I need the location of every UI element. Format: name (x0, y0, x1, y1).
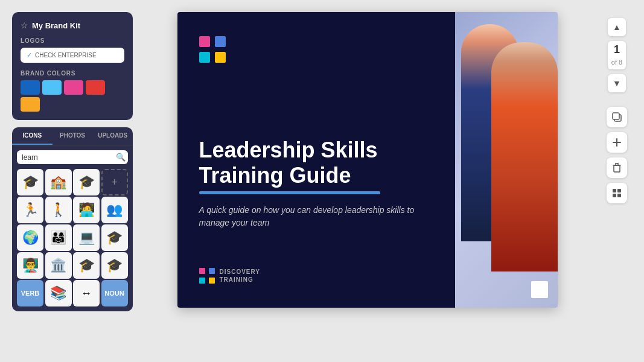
nav-up-button[interactable]: ▲ (608, 18, 626, 36)
logos-section: LOGOS ✓ CHECK ENTERPRISE (21, 37, 124, 63)
tab-icons[interactable]: ICONS (12, 127, 53, 145)
title-block: Leadership Skills Training Guide A quick… (199, 138, 433, 229)
nav-down-button[interactable]: ▼ (608, 74, 626, 92)
footer-logo-teal (199, 278, 205, 284)
logo-quad-pink (199, 36, 210, 47)
icon-cell-noun-tag[interactable]: NOUN (101, 280, 128, 306)
delete-icon (611, 162, 622, 173)
page-indicator: 1 of 8 (608, 41, 626, 69)
brand-colors-label: BRAND COLORS (21, 70, 124, 77)
grid-icon (611, 188, 622, 198)
icon-cell-graduation-cap[interactable]: 🎓 (17, 169, 43, 195)
logo-icon (199, 36, 226, 63)
logo-quad-yellow (215, 52, 226, 63)
canvas-slide-left: Leadership Skills Training Guide A quick… (177, 12, 455, 308)
brand-colors-section: BRAND COLORS (21, 70, 124, 112)
svg-rect-12 (617, 194, 621, 197)
left-panel: ☆ My Brand Kit LOGOS ✓ CHECK ENTERPRISE … (12, 12, 133, 311)
svg-rect-9 (613, 189, 616, 192)
page-current: 1 (611, 43, 622, 56)
footer-company: DISCOVERY (220, 268, 261, 275)
star-icon: ☆ (21, 21, 28, 30)
brand-kit-header: ☆ My Brand Kit (21, 21, 124, 30)
delete-button[interactable] (607, 157, 627, 178)
footer-tagline: TRAINING (220, 276, 253, 283)
color-swatch-light-blue[interactable] (42, 80, 62, 95)
icon-cell-noun-learn[interactable]: 📚 (45, 280, 72, 306)
footer-logo-mini (199, 268, 215, 284)
footer-logo-hole (205, 273, 209, 278)
copy-icon (611, 112, 622, 122)
icons-search-row: 🔍 (12, 145, 133, 167)
grid-button[interactable] (607, 183, 627, 203)
icon-cell-mortarboard[interactable]: 🎓 (73, 169, 100, 195)
tab-photos[interactable]: PHOTOS (53, 127, 93, 145)
svg-rect-11 (613, 194, 616, 197)
icon-cell-learn-people[interactable]: 👨‍👩‍👧 (45, 224, 72, 251)
footer-text: DISCOVERY TRAINING (220, 268, 261, 284)
svg-rect-4 (614, 165, 620, 172)
color-swatch-pink[interactable] (64, 80, 83, 95)
icon-cell-student-walk[interactable]: 🚶 (45, 197, 72, 223)
icon-cell-transfer[interactable]: ↔ (73, 280, 100, 306)
icon-cell-student-sit[interactable]: 🧑‍💻 (73, 197, 100, 223)
icons-grid: 🎓 🏫 🎓 + 🏃 🚶 🧑‍💻 👥 🌍 👨‍👩‍👧 💻 🎓 👨‍🏫 🏛️ 🎓 🎓… (12, 167, 133, 311)
icons-panel: ICONS PHOTOS UPLOADS 🔍 🎓 🏫 🎓 + 🏃 🚶 🧑‍💻 👥… (12, 127, 133, 311)
copy-button[interactable] (607, 107, 627, 127)
icon-cell-students-group[interactable]: 👥 (101, 197, 128, 223)
check-icon: ✓ (27, 51, 32, 59)
page-total: of 8 (611, 59, 622, 66)
logo-area (199, 36, 433, 63)
title-underline (199, 191, 380, 194)
white-square (531, 281, 548, 298)
color-swatch-yellow[interactable] (21, 97, 40, 112)
search-input[interactable] (22, 153, 112, 162)
add-icon (611, 137, 622, 148)
icons-search-wrap: 🔍 (17, 150, 128, 164)
search-icon: 🔍 (116, 153, 126, 162)
color-swatch-blue[interactable] (21, 80, 40, 95)
slide-title: Leadership Skills Training Guide (199, 138, 433, 188)
canvas-area: Leadership Skills Training Guide A quick… (142, 12, 592, 308)
icon-cell-team-learn[interactable]: 👨‍🏫 (17, 252, 43, 279)
logo-quad-blue (215, 36, 226, 47)
icon-cell-add-more[interactable]: + (101, 169, 128, 195)
color-swatch-red[interactable] (86, 80, 105, 95)
slide-subtitle: A quick guide on how you can develop lea… (199, 204, 433, 229)
icon-cell-graduation-cap-2[interactable]: 🎓 (101, 224, 128, 251)
icon-cell-diploma-hat[interactable]: 🎓 (101, 252, 128, 279)
check-enterprise-label: CHECK ENTERPRISE (35, 52, 97, 59)
logo-quad-teal (199, 52, 210, 63)
canvas-footer: DISCOVERY TRAINING (199, 268, 433, 284)
icon-cell-cap-outline[interactable]: 🎓 (73, 252, 100, 279)
logo-center-hole (209, 46, 216, 53)
icon-cell-school-board[interactable]: 🏫 (45, 169, 72, 195)
canvas-wrapper: Leadership Skills Training Guide A quick… (177, 12, 558, 308)
add-button[interactable] (607, 132, 627, 153)
icon-cell-learn-globe[interactable]: 🌍 (17, 224, 43, 251)
icon-cell-learn-online[interactable]: 💻 (73, 224, 100, 251)
brand-kit-title: My Brand Kit (32, 21, 80, 30)
right-controls: ▲ 1 of 8 ▼ (602, 12, 632, 203)
icon-cell-verb-tag[interactable]: VERB (17, 280, 43, 306)
icons-tabs: ICONS PHOTOS UPLOADS (12, 127, 133, 145)
footer-logo-blue (209, 268, 215, 274)
tab-uploads[interactable]: UPLOADS (92, 127, 133, 145)
footer-logo-pink (199, 268, 205, 274)
footer-logo-yellow (209, 278, 215, 284)
colors-row (21, 80, 124, 112)
icon-cell-classroom[interactable]: 🏛️ (45, 252, 72, 279)
svg-rect-10 (617, 189, 621, 192)
svg-rect-1 (613, 113, 619, 119)
canvas-slide-right (455, 12, 558, 308)
brand-kit-card: ☆ My Brand Kit LOGOS ✓ CHECK ENTERPRISE … (12, 12, 133, 120)
check-enterprise-button[interactable]: ✓ CHECK ENTERPRISE (21, 48, 124, 63)
person-2 (491, 42, 558, 272)
icon-cell-student-run[interactable]: 🏃 (17, 197, 43, 223)
logos-label: LOGOS (21, 37, 124, 44)
